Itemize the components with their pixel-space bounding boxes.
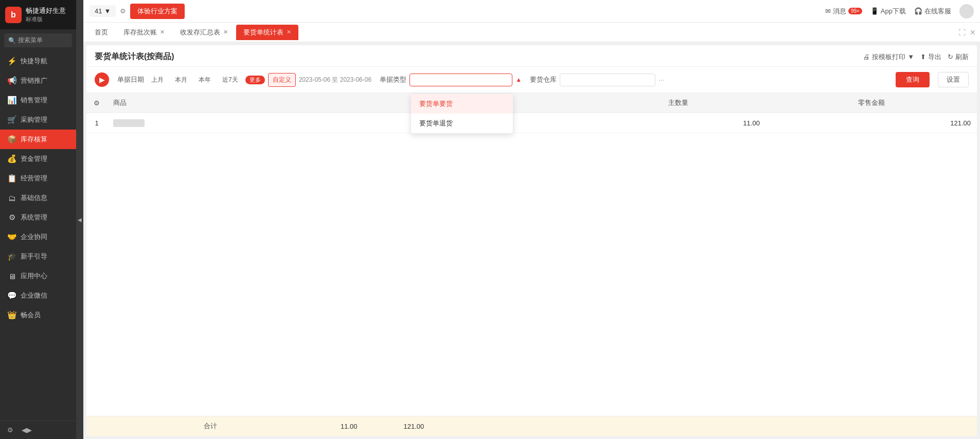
tab-close-icon[interactable]: ✕ xyxy=(223,29,228,35)
warehouse-input[interactable] xyxy=(560,74,655,86)
sidebar-item-label: 企业微信 xyxy=(21,291,47,300)
settings-icon[interactable]: ⚙ xyxy=(7,426,13,434)
quick-nav-icon: ⚡ xyxy=(7,57,16,66)
guide-icon: 🎓 xyxy=(7,252,16,261)
tab-close-icon[interactable]: ✕ xyxy=(160,29,165,35)
date-btn-custom[interactable]: 自定义 xyxy=(268,73,296,87)
message-icon: ✉ xyxy=(825,7,831,15)
basic-info-icon: 🗂 xyxy=(7,194,16,203)
sidebar-item-basic-info[interactable]: 🗂 基础信息 xyxy=(0,188,76,208)
print-label: 按模板打印 xyxy=(872,52,905,62)
sidebar-item-label: 系统管理 xyxy=(21,213,47,222)
app-name: 畅捷通好生意 xyxy=(26,6,66,15)
settings-gear-icon[interactable]: ⚙ xyxy=(120,7,126,15)
th-amount: 零售金额 xyxy=(766,93,977,113)
date-btn-last7[interactable]: 近7天 xyxy=(218,74,242,86)
warehouse-filter-group: 要货仓库 ··· xyxy=(530,74,887,86)
tab-home[interactable]: 首页 xyxy=(87,25,115,40)
sidebar-item-system[interactable]: ⚙ 系统管理 xyxy=(0,208,76,227)
footer-quantity: 11.00 xyxy=(341,423,358,430)
tab-home-label: 首页 xyxy=(95,28,108,37)
filter-settings-button[interactable]: 设置 xyxy=(938,72,969,87)
sidebar-item-label: 经营管理 xyxy=(21,174,47,183)
date-filter-group: 单据日期 上月 本月 本年 近7天 更多 自定义 2023-05-06 至 20… xyxy=(117,73,371,87)
sidebar-footer: ⚙ ◀▶ xyxy=(0,420,76,439)
data-table: ⚙ 商品 主计量单位 主数量 零售金额 1 块 xyxy=(86,93,977,133)
th-product: 商品 xyxy=(107,93,344,113)
sidebar-search[interactable]: 🔍 搜索菜单 xyxy=(4,33,72,47)
refresh-label: 刷新 xyxy=(955,52,969,62)
sidebar-item-weixin[interactable]: 💬 企业微信 xyxy=(0,286,76,305)
filter-toggle-btn[interactable]: ▶ xyxy=(95,72,109,87)
export-label: 导出 xyxy=(928,52,941,62)
sidebar-item-label: 应用中心 xyxy=(21,271,47,281)
tab-close-all-icon[interactable]: ✕ xyxy=(970,28,976,36)
sidebar-item-label: 快捷导航 xyxy=(21,57,47,66)
user-avatar[interactable] xyxy=(959,4,974,19)
service-btn[interactable]: 🎧 在线客服 xyxy=(914,7,951,16)
download-btn[interactable]: 📱 App下载 xyxy=(870,7,906,16)
purchase-icon: 🛒 xyxy=(7,115,16,124)
app-center-icon: 🖥 xyxy=(7,272,16,281)
sidebar-item-app-center[interactable]: 🖥 应用中心 xyxy=(0,266,76,286)
sidebar-item-enterprise[interactable]: 🤝 企业协同 xyxy=(0,227,76,247)
store-name: 41 xyxy=(95,7,102,15)
export-button[interactable]: ⬆ 导出 xyxy=(920,52,941,62)
sidebar-item-label: 企业协同 xyxy=(21,232,47,242)
sidebar-scroll-handle[interactable]: ◀ xyxy=(76,0,83,439)
trial-button[interactable]: 体验行业方案 xyxy=(130,4,185,19)
marketing-icon: 📢 xyxy=(7,76,16,85)
page-header: 要货单统计表(按商品) 🖨 按模板打印 ▼ ⬆ 导出 ↻ 刷新 xyxy=(86,45,977,67)
store-selector[interactable]: 41 ▼ xyxy=(90,5,116,17)
refresh-icon: ↻ xyxy=(948,53,953,61)
sidebar-item-marketing[interactable]: 📢 营销推广 xyxy=(0,71,76,90)
product-name-blurred xyxy=(113,119,145,127)
sidebar-item-label: 新手引导 xyxy=(21,252,47,261)
sidebar-item-finance[interactable]: 💰 资金管理 xyxy=(0,149,76,169)
warehouse-more-btn[interactable]: ··· xyxy=(658,76,665,84)
main-area: 41 ▼ ⚙ 体验行业方案 ✉ 消息 99+ 📱 App下载 🎧 在线客服 xyxy=(83,0,980,439)
footer-total-label: 合计 xyxy=(204,422,217,431)
page-title: 要货单统计表(按商品) xyxy=(95,51,174,62)
query-button[interactable]: 查询 xyxy=(896,72,930,87)
page-content: 要货单统计表(按商品) 🖨 按模板打印 ▼ ⬆ 导出 ↻ 刷新 ▶ xyxy=(86,45,977,436)
tabbar-actions: ⛶ ✕ xyxy=(958,28,976,36)
date-more-badge: 更多 xyxy=(245,76,265,84)
print-button[interactable]: 🖨 按模板打印 ▼ xyxy=(863,52,914,62)
table-row: 1 块 11.00 121.00 xyxy=(86,113,977,133)
dropdown-item-return-goods[interactable]: 要货单退货 xyxy=(411,114,513,133)
app-version: 标准版 xyxy=(26,15,66,23)
date-btn-last-month[interactable]: 上月 xyxy=(147,74,168,86)
sidebar-item-operations[interactable]: 📋 经营管理 xyxy=(0,169,76,188)
tab-inventory-batch[interactable]: 库存批次账 ✕ xyxy=(116,25,172,40)
th-quantity: 主数量 xyxy=(591,93,766,113)
tab-label: 库存批次账 xyxy=(123,28,157,37)
sidebar-item-purchase[interactable]: 🛒 采购管理 xyxy=(0,110,76,130)
type-dropdown-arrow[interactable]: ▲ xyxy=(515,76,522,83)
messages-btn[interactable]: ✉ 消息 99+ xyxy=(825,7,862,16)
tab-close-icon[interactable]: ✕ xyxy=(287,29,291,35)
weixin-icon: 💬 xyxy=(7,291,16,300)
tab-expand-icon[interactable]: ⛶ xyxy=(958,28,966,36)
sidebar-item-member[interactable]: 👑 畅会员 xyxy=(0,305,76,325)
sales-icon: 📊 xyxy=(7,96,16,105)
sidebar-item-sales[interactable]: 📊 销售管理 xyxy=(0,90,76,110)
date-7-label: 近7天 xyxy=(222,76,238,83)
th-settings[interactable]: ⚙ xyxy=(86,93,107,113)
dropdown-item-order-goods[interactable]: 要货单要货 xyxy=(411,94,513,114)
date-btn-this-month[interactable]: 本月 xyxy=(171,74,191,86)
sidebar-item-label: 营销推广 xyxy=(21,76,47,85)
sidebar-item-guide[interactable]: 🎓 新手引导 xyxy=(0,247,76,266)
sidebar-item-label: 资金管理 xyxy=(21,154,47,163)
sidebar-item-quick-nav[interactable]: ⚡ 快捷导航 xyxy=(0,51,76,71)
tab-receive-summary[interactable]: 收发存汇总表 ✕ xyxy=(173,25,235,40)
date-btn-this-year[interactable]: 本年 xyxy=(194,74,215,86)
sidebar-item-label: 基础信息 xyxy=(21,193,47,203)
search-label: 搜索菜单 xyxy=(18,36,43,45)
tab-order-stats[interactable]: 要货单统计表 ✕ xyxy=(236,25,298,40)
sidebar-item-inventory[interactable]: 📦 库存核算 xyxy=(0,130,76,149)
type-input[interactable] xyxy=(409,74,512,86)
footer-amount: 121.00 xyxy=(404,423,424,430)
refresh-button[interactable]: ↻ 刷新 xyxy=(948,52,969,62)
collapse-icon[interactable]: ◀▶ xyxy=(22,426,32,434)
